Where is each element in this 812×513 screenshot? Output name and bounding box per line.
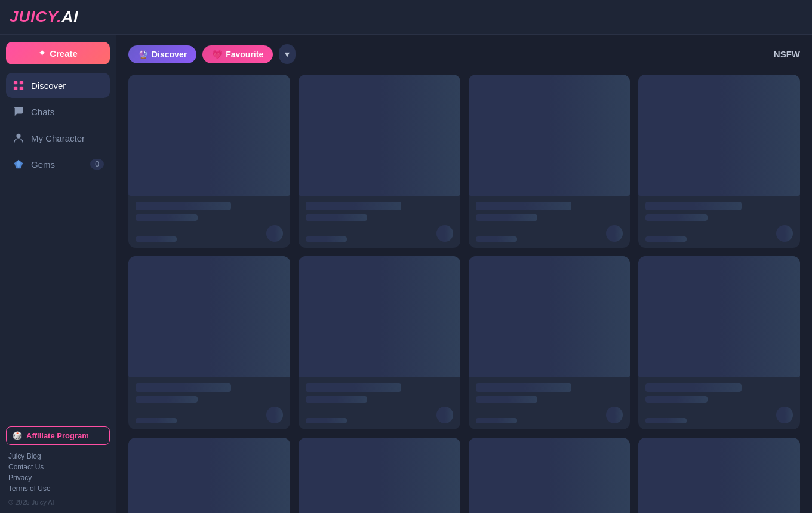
sidebar-item-my-character[interactable]: My Character [6,125,110,150]
card-image [638,256,800,377]
card-subtitle-skeleton [476,396,538,403]
card-tag-skeleton [306,418,347,423]
card-image [128,75,290,196]
svg-rect-1 [20,81,23,84]
card-tag-skeleton [306,236,347,242]
card-item[interactable] [638,438,800,513]
card-image [469,256,630,377]
create-label: Create [50,48,78,59]
card-title-skeleton [136,383,231,392]
card-avatar-skeleton [266,407,283,423]
card-tag-skeleton [476,418,517,423]
affiliate-program-button[interactable]: 🎲 Affiliate Program [6,426,110,445]
card-tag-skeleton [645,236,687,242]
card-subtitle-skeleton [476,214,538,221]
card-item[interactable] [638,256,800,429]
svg-point-4 [16,134,20,138]
footer-link-privacy[interactable]: Privacy [8,474,107,482]
card-title-skeleton [645,202,741,210]
card-item[interactable] [128,438,290,513]
cards-grid [128,75,800,513]
footer-link-contact[interactable]: Contact Us [8,463,107,471]
card-image [469,438,630,513]
logo-ai: AI [61,8,78,26]
card-item[interactable] [128,256,290,429]
card-title-skeleton [136,202,231,210]
sidebar-item-chats[interactable]: Chats [6,99,110,124]
card-item[interactable] [299,75,460,248]
card-subtitle-skeleton [306,396,368,403]
logo: JUICY.AI [10,8,78,26]
create-icon: ✦ [38,48,46,59]
card-item[interactable] [299,256,460,429]
card-image [299,256,460,377]
card-item[interactable] [299,438,460,513]
card-item[interactable] [469,75,630,248]
gems-badge: 0 [90,159,104,170]
card-avatar-skeleton [266,225,283,242]
card-info [469,377,630,429]
card-avatar-skeleton [776,225,793,242]
copyright: © 2025 Juicy AI [6,499,110,506]
card-info [638,196,800,248]
gem-icon [12,158,25,171]
card-avatar-skeleton [606,407,623,423]
card-avatar-skeleton [606,225,623,242]
person-icon [12,131,25,145]
card-image [128,438,290,513]
favourite-emoji: 💗 [212,50,222,59]
card-info [638,377,800,429]
card-title-skeleton [476,383,571,392]
card-subtitle-skeleton [645,396,708,403]
card-avatar-skeleton [436,407,453,423]
card-subtitle-skeleton [136,214,198,221]
footer-link-terms[interactable]: Terms of Use [8,484,107,493]
discover-filter-label: Discover [152,50,187,59]
card-image [638,438,800,513]
sidebar-item-chats-label: Chats [31,107,54,117]
favourite-filter-button[interactable]: 💗 Favourite [202,45,273,63]
card-title-skeleton [306,383,401,392]
filter-dropdown-button[interactable]: ▾ [279,44,296,64]
chat-icon [12,105,25,118]
topbar: JUICY.AI [0,0,812,35]
card-avatar-skeleton [436,225,453,242]
card-avatar-skeleton [776,407,793,423]
create-button[interactable]: ✦ Create [6,42,110,64]
card-info [128,196,290,248]
card-subtitle-skeleton [306,214,368,221]
svg-rect-2 [14,87,17,90]
card-image [299,438,460,513]
sidebar-item-discover[interactable]: Discover [6,73,110,98]
card-image [638,75,800,196]
chevron-down-icon: ▾ [285,48,290,60]
footer-link-blog[interactable]: Juicy Blog [8,452,107,460]
svg-rect-3 [20,87,23,90]
card-image [128,256,290,377]
card-title-skeleton [476,202,571,210]
card-image [299,75,460,196]
sidebar-item-gems-label: Gems [31,159,55,170]
card-tag-skeleton [136,418,177,423]
logo-juicy: JUICY [10,8,57,26]
grid-icon [12,79,25,92]
affiliate-icon: 🎲 [13,431,22,440]
affiliate-label: Affiliate Program [26,431,89,440]
sidebar-item-my-character-label: My Character [31,133,85,143]
card-image [469,75,630,196]
card-item[interactable] [469,438,630,513]
layout: ✦ Create Discover Chats [0,35,812,513]
sidebar: ✦ Create Discover Chats [0,35,116,513]
card-title-skeleton [645,383,741,392]
svg-rect-0 [14,81,17,84]
card-item[interactable] [469,256,630,429]
sidebar-item-gems[interactable]: Gems 0 [6,152,110,177]
card-info [469,196,630,248]
card-item[interactable] [128,75,290,248]
card-title-skeleton [306,202,401,210]
card-tag-skeleton [476,236,517,242]
card-info [299,377,460,429]
footer-links: Juicy Blog Contact Us Privacy Terms of U… [6,452,110,493]
card-item[interactable] [638,75,800,248]
discover-filter-button[interactable]: 🔮 Discover [128,45,196,63]
